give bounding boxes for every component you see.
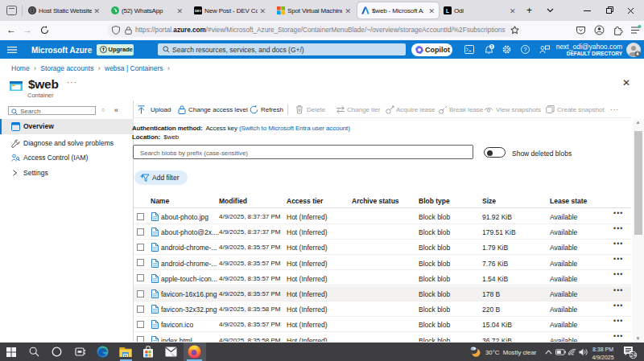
svg-text:L: L <box>446 8 449 14</box>
svg-text:24: 24 <box>630 352 637 358</box>
svg-text:DEV: DEV <box>195 9 202 13</box>
